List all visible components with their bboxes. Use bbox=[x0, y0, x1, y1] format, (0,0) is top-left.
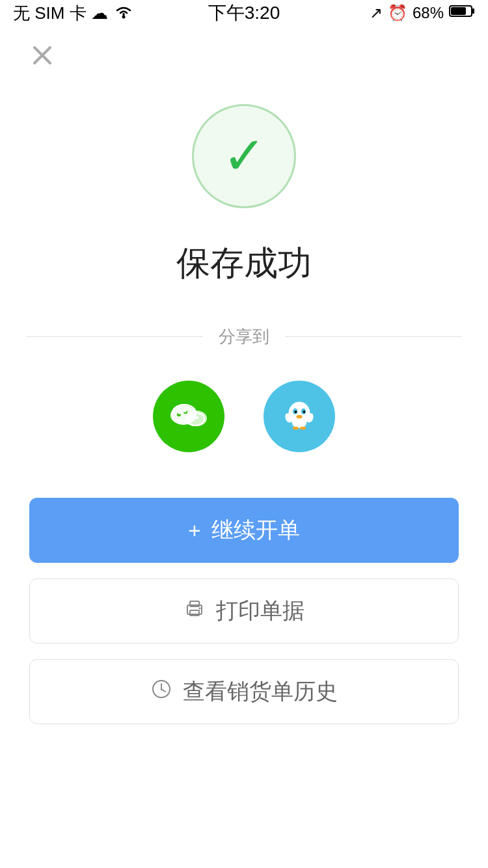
status-right: ↗ ⏰ 68% bbox=[370, 4, 475, 22]
continue-button[interactable]: + 继续开单 bbox=[29, 498, 459, 563]
close-button[interactable] bbox=[26, 39, 59, 72]
print-label: 打印单据 bbox=[216, 596, 305, 626]
wechat-share-button[interactable] bbox=[153, 381, 224, 452]
history-label: 查看销货单历史 bbox=[183, 677, 338, 707]
status-time: 下午3:20 bbox=[208, 1, 280, 25]
svg-point-25 bbox=[300, 427, 306, 430]
svg-point-23 bbox=[292, 418, 306, 428]
svg-rect-3 bbox=[472, 8, 474, 14]
wifi-icon bbox=[115, 3, 133, 23]
print-icon bbox=[183, 597, 206, 625]
qq-share-button[interactable] bbox=[264, 381, 335, 452]
print-button[interactable]: 打印单据 bbox=[29, 578, 459, 644]
svg-point-13 bbox=[183, 409, 187, 413]
svg-point-15 bbox=[190, 417, 193, 420]
battery-label: 68% bbox=[413, 4, 444, 22]
svg-line-34 bbox=[161, 689, 165, 692]
battery-icon bbox=[449, 4, 475, 22]
share-icons-container bbox=[153, 381, 335, 452]
svg-rect-2 bbox=[451, 7, 466, 15]
svg-point-12 bbox=[178, 411, 182, 414]
alarm-icon: ⏰ bbox=[388, 4, 407, 22]
status-bar: 无 SIM 卡 ☁ 下午3:20 ↗ ⏰ 68% bbox=[0, 0, 488, 26]
plus-icon: + bbox=[188, 518, 201, 543]
svg-point-20 bbox=[294, 411, 297, 413]
svg-point-16 bbox=[195, 416, 198, 419]
checkmark-icon: ✓ bbox=[223, 130, 266, 182]
main-content: ✓ 保存成功 分享到 bbox=[0, 26, 488, 868]
success-title: 保存成功 bbox=[176, 241, 312, 286]
location-icon: ↗ bbox=[370, 4, 383, 22]
success-icon-container: ✓ bbox=[192, 104, 296, 208]
status-left: 无 SIM 卡 ☁ bbox=[13, 2, 133, 25]
continue-label: 继续开单 bbox=[211, 515, 300, 545]
no-sim-label: 无 SIM 卡 ☁ bbox=[13, 2, 108, 25]
divider-line-right bbox=[285, 336, 462, 337]
svg-point-31 bbox=[199, 608, 201, 610]
svg-point-0 bbox=[122, 15, 125, 18]
share-divider: 分享到 bbox=[0, 325, 488, 348]
history-button[interactable]: 查看销货单历史 bbox=[29, 659, 459, 724]
svg-point-24 bbox=[293, 427, 299, 430]
actions-container: + 继续开单 打印单据 bbox=[29, 498, 459, 724]
svg-point-22 bbox=[296, 415, 302, 419]
clock-icon bbox=[150, 678, 172, 705]
share-label: 分享到 bbox=[203, 325, 285, 348]
divider-line-left bbox=[26, 336, 203, 337]
svg-point-21 bbox=[303, 411, 305, 413]
